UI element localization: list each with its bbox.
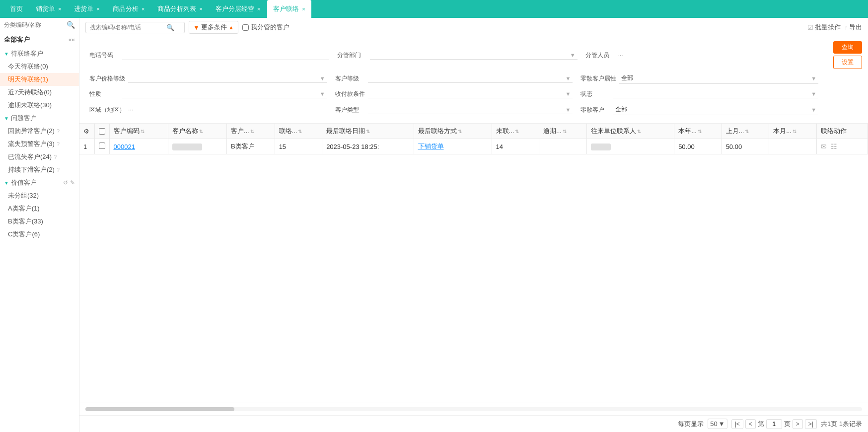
close-icon[interactable]: × xyxy=(142,6,145,12)
help-icon[interactable]: ? xyxy=(54,154,57,160)
contact-icon[interactable]: ✉ xyxy=(821,143,827,150)
nav-product-analysis[interactable]: 商品分析 × xyxy=(107,0,150,18)
col-last-contact-method[interactable]: 最后联络方式 ⇅ xyxy=(414,124,492,139)
chevron-down-icon: ▼ xyxy=(811,75,816,81)
sidebar-item-7days[interactable]: 近7天待联络(0) xyxy=(0,86,79,99)
nav-purchase-order[interactable]: 进货单 × xyxy=(68,0,105,18)
scroll-thumb[interactable] xyxy=(85,407,234,411)
filter-phone-input[interactable] xyxy=(122,51,329,60)
chevron-down-icon: ▼ xyxy=(320,91,325,97)
nav-customer-contact[interactable]: 客户联络 × xyxy=(267,0,311,18)
cell-last-month: 50.00 xyxy=(722,139,769,154)
page-number-input[interactable] xyxy=(766,419,782,429)
sidebar-item-tomorrow[interactable]: 明天待联络(1) xyxy=(0,73,79,86)
filter-retail-select[interactable]: 全部 ▼ xyxy=(613,104,818,115)
sidebar-item-churn-warning[interactable]: 流失预警客户(3) ? xyxy=(0,138,79,150)
close-icon[interactable]: × xyxy=(257,6,260,12)
batch-operation-button[interactable]: ☑ 批量操作 xyxy=(807,23,841,32)
sidebar-item-class-b[interactable]: B类客户(33) xyxy=(0,215,79,228)
select-all-checkbox[interactable] xyxy=(99,128,105,135)
prev-page-button[interactable]: < xyxy=(745,419,756,429)
close-icon[interactable]: × xyxy=(199,6,202,12)
close-icon[interactable]: × xyxy=(302,6,305,12)
nav-sales-order[interactable]: 销货单 × xyxy=(30,0,67,18)
horizontal-scrollbar-track[interactable] xyxy=(79,403,868,415)
help-icon[interactable]: ? xyxy=(57,167,60,173)
col-last-contact-date[interactable]: 最后联络日期 ⇅ xyxy=(322,124,414,139)
nav-customer-layering[interactable]: 客户分层经营 × xyxy=(210,0,266,18)
cell-checkbox[interactable] xyxy=(94,139,109,154)
col-last-month[interactable]: 上月... ⇅ xyxy=(722,124,769,139)
settings-button[interactable]: 设置 xyxy=(833,56,862,69)
col-contact-person[interactable]: 往来单位联系人 ⇅ xyxy=(586,124,674,139)
triangle-icon: ▼ xyxy=(4,180,9,186)
more-filters-button[interactable]: ▼ 更多条件 ▲ xyxy=(189,21,238,34)
last-page-button[interactable]: >| xyxy=(805,419,817,429)
help-icon[interactable]: ? xyxy=(57,128,60,134)
filter-dept-select[interactable]: ▼ xyxy=(370,51,577,60)
row-checkbox[interactable] xyxy=(99,143,105,149)
nav-product-analysis-list[interactable]: 商品分析列表 × xyxy=(151,0,208,18)
chevron-down-icon: ▼ xyxy=(565,75,571,81)
table-header-row: ⚙ 客户编码 ⇅ 客户名称 xyxy=(79,124,868,139)
col-this-year[interactable]: 本年... ⇅ xyxy=(674,124,722,139)
search-input[interactable] xyxy=(90,24,164,31)
filter-price-level-select[interactable]: ▼ xyxy=(128,74,327,83)
col-this-month[interactable]: 本月... ⇅ xyxy=(769,124,817,139)
my-customers-checkbox-label[interactable]: 我分管的客户 xyxy=(242,23,289,32)
sidebar-search-icon[interactable]: 🔍 xyxy=(67,21,75,29)
refresh-icon[interactable]: ↺ xyxy=(63,179,68,186)
sidebar-item-declining[interactable]: 持续下滑客户(2) ? xyxy=(0,163,79,176)
nav-home[interactable]: 首页 xyxy=(4,0,29,18)
query-button[interactable]: 查询 xyxy=(833,41,862,54)
sidebar-item-class-a[interactable]: A类客户(1) xyxy=(0,202,79,215)
filter-region-dots[interactable]: ··· xyxy=(128,106,133,113)
filter-manager-dots[interactable]: ··· xyxy=(618,52,623,59)
sidebar-search-input[interactable] xyxy=(4,21,65,28)
next-page-button[interactable]: > xyxy=(793,419,803,429)
export-button[interactable]: ↑ 导出 xyxy=(845,23,863,32)
more-action-icon[interactable]: ☷ xyxy=(831,143,837,150)
close-icon[interactable]: × xyxy=(58,6,61,12)
close-icon[interactable]: × xyxy=(96,6,99,12)
col-gear[interactable]: ⚙ xyxy=(79,124,94,139)
sidebar-item-repurchase-anomaly[interactable]: 回购异常客户(2) ? xyxy=(0,125,79,138)
search-icon[interactable]: 🔍 xyxy=(166,24,174,31)
filter-row-1: 电话号码 分管部门 ▼ 分管人员 ··· 查询 设置 xyxy=(85,41,862,69)
collapse-icon: «« xyxy=(69,36,75,43)
cell-contact-person xyxy=(586,139,674,154)
sort-icon: ⇅ xyxy=(366,129,370,134)
sort-icon: ⇅ xyxy=(563,129,567,134)
cell-row-actions: ✉ ☷ xyxy=(816,139,868,154)
table-row: 1 000021 B类客户 15 2023-05-23 18:25: xyxy=(79,139,868,154)
sidebar-item-today[interactable]: 今天待联络(0) xyxy=(0,60,79,73)
cell-last-contact-method[interactable]: 下销货单 xyxy=(414,139,492,154)
help-icon[interactable]: ? xyxy=(57,141,60,147)
filter-customer-level-select[interactable]: ▼ xyxy=(368,74,573,83)
filter-actions: 查询 设置 xyxy=(833,41,862,69)
filter-status-select[interactable]: ▼ xyxy=(613,90,818,98)
page-size-select[interactable]: 50 ▼ xyxy=(708,419,727,429)
sidebar-item-ungrouped[interactable]: 未分组(32) xyxy=(0,189,79,202)
filter-customer-type-select[interactable]: ▼ xyxy=(368,106,573,114)
first-page-button[interactable]: |< xyxy=(731,419,743,429)
my-customers-checkbox[interactable] xyxy=(242,24,249,31)
col-contact-count[interactable]: 联络... ⇅ xyxy=(275,124,322,139)
sidebar-all-customers[interactable]: 全部客户 «« xyxy=(0,32,79,47)
sidebar-item-class-c[interactable]: C类客户(6) xyxy=(0,228,79,241)
filter-payment-select[interactable]: ▼ xyxy=(368,90,573,98)
col-overdue[interactable]: 逾期... ⇅ xyxy=(539,124,587,139)
sidebar-item-overdue[interactable]: 逾期未联络(30) xyxy=(0,99,79,112)
col-type[interactable]: 客户... ⇅ xyxy=(226,124,275,139)
sidebar-item-churned[interactable]: 已流失客户(24) ? xyxy=(0,150,79,163)
filter-cell-dept: 分管部门 ▼ xyxy=(333,49,581,62)
col-code[interactable]: 客户编码 ⇅ xyxy=(109,124,168,139)
col-name[interactable]: 客户名称 ⇅ xyxy=(168,124,226,139)
cell-code[interactable]: 000021 xyxy=(109,139,168,154)
col-checkbox[interactable] xyxy=(94,124,109,139)
filter-retail-attr-select[interactable]: 全部 ▼ xyxy=(619,73,818,84)
filter-row-4: 区域（地区） ··· 客户类型 ▼ 零散客户 全部 ▼ xyxy=(85,102,862,117)
col-no-contact[interactable]: 未联... ⇅ xyxy=(492,124,539,139)
filter-nature-select[interactable]: ▼ xyxy=(122,90,327,98)
edit-icon[interactable]: ✎ xyxy=(70,179,75,186)
